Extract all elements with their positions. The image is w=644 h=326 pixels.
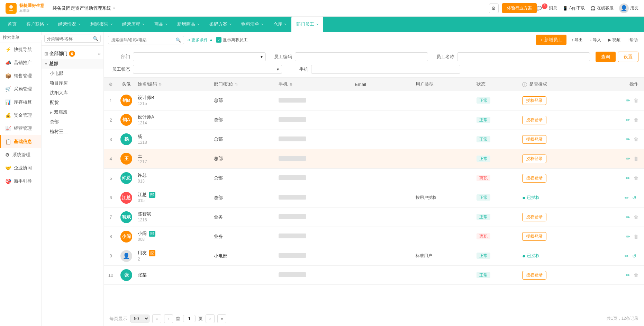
edit-button[interactable]: ✏	[626, 136, 630, 142]
tab-operations[interactable]: 经营情况 ×	[53, 17, 85, 32]
tab-add-goods-close[interactable]: ×	[197, 22, 199, 26]
show-resigned-checkbox[interactable]: ✓	[216, 37, 221, 43]
dept-search-input[interactable]	[47, 36, 91, 41]
col-header-phone[interactable]: 手机 ⇅	[276, 78, 352, 91]
last-page-button[interactable]: »	[217, 314, 226, 323]
tree-node-project[interactable]: 项目库房	[42, 78, 103, 88]
filter-status-select[interactable]: ▾	[133, 65, 282, 74]
edit-button[interactable]: ✏	[626, 234, 630, 239]
query-button[interactable]: 查询	[596, 52, 616, 62]
app-download-button[interactable]: 📱 App下载	[563, 5, 585, 11]
tree-node-root[interactable]: ▼ 总部	[42, 59, 103, 69]
tree-node-shuangmiao[interactable]: ▶ 双庙想	[42, 107, 103, 117]
edit-button[interactable]: ✏	[626, 272, 630, 278]
user-menu-button[interactable]: 👤 用友	[619, 3, 638, 13]
auth-login-button[interactable]: 授权登录	[522, 116, 546, 124]
tab-history[interactable]: 经营历程 ×	[117, 17, 149, 32]
tab-home[interactable]: 首页	[3, 17, 21, 32]
sidebar-item-collab[interactable]: 🤝 企业协同	[0, 161, 41, 175]
sidebar-item-guide[interactable]: 🎯 新手引导	[0, 175, 41, 188]
delete-button[interactable]: 🗑	[634, 117, 638, 123]
tab-add-goods[interactable]: 新增商品 ×	[172, 17, 204, 32]
delete-button[interactable]: 🗑	[634, 156, 638, 161]
tab-history-close[interactable]: ×	[142, 22, 144, 26]
reset-button[interactable]: ↺	[632, 253, 636, 259]
tree-node-zhushu[interactable]: 植树王二	[42, 127, 103, 136]
sort-dept-icon[interactable]: ⇅	[235, 82, 238, 86]
edit-button[interactable]: ✏	[626, 117, 630, 123]
auth-login-button[interactable]: 授权登录	[522, 271, 546, 280]
filter-search-input[interactable]	[111, 37, 174, 42]
collapse-btn[interactable]: «	[98, 51, 101, 56]
edit-button[interactable]: ✏	[626, 98, 630, 103]
import-button[interactable]: ↓ 导入	[588, 36, 603, 44]
filter-emp-code-input[interactable]	[295, 52, 428, 61]
page-size-select[interactable]: 50 100 200	[130, 315, 149, 323]
gear-button[interactable]: ⚙	[489, 3, 499, 13]
page-input[interactable]	[183, 315, 196, 322]
auth-login-button[interactable]: 授权登录	[522, 213, 546, 221]
edit-button[interactable]: ✏	[625, 195, 629, 201]
auth-login-button[interactable]: 授权登录	[522, 174, 546, 183]
add-employee-button[interactable]: + 新增员工	[536, 35, 566, 45]
tab-customer[interactable]: 客户联络 ×	[21, 17, 53, 32]
col-header-name[interactable]: 姓名/编码 ⇅	[135, 78, 211, 91]
message-button[interactable]: 💬 5 消息	[537, 5, 557, 11]
show-resigned-toggle[interactable]: ✓ 显示离职员工	[216, 37, 248, 43]
tree-node-zongbu[interactable]: 总部	[42, 117, 103, 127]
tab-profit[interactable]: 利润报告 ×	[85, 17, 117, 32]
tab-warehouse-close[interactable]: ×	[284, 22, 287, 26]
delete-button[interactable]: 🗑	[634, 214, 638, 220]
online-service-button[interactable]: 🎧 在线客服	[590, 5, 614, 11]
filter-emp-name-input[interactable]	[457, 52, 590, 61]
tab-customer-close[interactable]: ×	[46, 22, 48, 26]
sidebar-item-sales[interactable]: 📦 销售管理	[0, 69, 41, 82]
export-button[interactable]: ↑ 导出	[569, 36, 585, 44]
sidebar-item-finance[interactable]: 💰 资金管理	[0, 109, 41, 122]
sort-name-icon[interactable]: ⇅	[159, 82, 162, 86]
tab-goods[interactable]: 商品 ×	[149, 17, 172, 32]
sort-phone-icon[interactable]: ⇅	[290, 82, 292, 86]
tab-dept-staff-close[interactable]: ×	[316, 22, 318, 26]
tab-profit-close[interactable]: ×	[110, 22, 112, 26]
system-name-arrow[interactable]: ▾	[113, 6, 115, 10]
reset-button[interactable]: ↺	[632, 195, 636, 201]
delete-button[interactable]: 🗑	[634, 98, 638, 103]
auth-login-button[interactable]: 授权登录	[522, 232, 546, 241]
auth-login-button[interactable]: 授权登录	[522, 135, 546, 144]
sidebar-item-purchase[interactable]: 🛒 采购管理	[0, 82, 41, 96]
video-button[interactable]: ▶ 视频	[606, 36, 623, 44]
tree-node-shenyang[interactable]: 沈阳大库	[42, 88, 103, 98]
edit-button[interactable]: ✏	[625, 253, 629, 259]
tab-operations-close[interactable]: ×	[78, 22, 80, 26]
tab-warehouse[interactable]: 仓库 ×	[269, 17, 291, 32]
filter-phone-input[interactable]	[311, 65, 460, 74]
filter-dept-select[interactable]: ▾	[133, 52, 266, 61]
auth-info-icon[interactable]: i	[522, 82, 527, 87]
sidebar-item-system[interactable]: ⚙ 系统管理	[0, 148, 41, 161]
sidebar-item-operations[interactable]: 📈 经营管理	[0, 122, 41, 135]
col-header-dept[interactable]: 部门/职位 ⇅	[211, 78, 276, 91]
sidebar-item-quick-nav[interactable]: ⚡ 快捷导航	[0, 43, 41, 56]
set-button[interactable]: 设置	[618, 52, 638, 62]
prev-page-button[interactable]: ‹	[164, 314, 173, 323]
auth-login-button[interactable]: 授权登录	[522, 96, 546, 105]
tab-barcode[interactable]: 条码方案 ×	[205, 17, 236, 32]
tab-dept-staff[interactable]: 部门员工 ×	[291, 17, 323, 32]
tab-goods-close[interactable]: ×	[165, 22, 167, 26]
sidebar-item-basic[interactable]: 📋 基础信息	[0, 135, 41, 148]
dept-search-icon[interactable]: 🔍	[93, 36, 98, 41]
next-page-button[interactable]: ›	[206, 314, 215, 323]
sidebar-item-inventory[interactable]: 📊 库存核算	[0, 96, 41, 109]
auth-login-button[interactable]: 授权登录	[522, 155, 546, 163]
tab-bom[interactable]: 物料清单 ×	[236, 17, 268, 32]
edit-button[interactable]: ✏	[626, 156, 630, 161]
delete-button[interactable]: 🗑	[634, 234, 638, 239]
trial-button[interactable]: 体验行业方案	[502, 3, 537, 13]
delete-button[interactable]: 🗑	[634, 272, 638, 278]
tab-bom-close[interactable]: ×	[261, 22, 263, 26]
edit-button[interactable]: ✏	[626, 214, 630, 220]
settings-icon[interactable]: ⚙	[109, 82, 113, 87]
help-button[interactable]: | 帮助	[625, 36, 640, 44]
tree-node-xiao-dian[interactable]: 小电部	[42, 69, 103, 78]
